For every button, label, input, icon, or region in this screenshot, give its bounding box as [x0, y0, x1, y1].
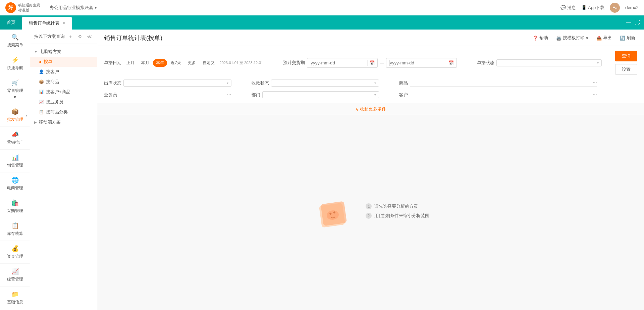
tab-sales-stats[interactable]: 销售订单统计表 ×: [22, 17, 72, 30]
sidebar-item-sales[interactable]: 📊 销售管理: [0, 150, 30, 172]
tab-home[interactable]: 首页: [0, 15, 22, 30]
content-area: 按以下方案查询 + ⚙ ≪ ▼ 电脑端方案 ● 按单: [30, 30, 644, 310]
add-scheme-button[interactable]: +: [67, 33, 74, 40]
sidebar-item-purchase[interactable]: 🛍️ 采购管理: [0, 195, 30, 218]
customer-group: 客户 ···: [399, 91, 637, 98]
scheme-group-mobile-header[interactable]: ▶ 移动端方案: [30, 117, 97, 127]
title-arrow-icon: ▾: [95, 5, 97, 10]
salesperson-more-icon[interactable]: ···: [227, 91, 231, 97]
purchase-icon: 🛍️: [11, 199, 19, 207]
pc-group-toggle-icon: ▼: [34, 50, 38, 54]
customer-more-icon[interactable]: ···: [593, 91, 597, 97]
sidebar-item-ecommerce[interactable]: 🌐 电商管理: [0, 172, 30, 195]
left-panel: 按以下方案查询 + ⚙ ≪ ▼ 电脑端方案 ● 按单: [30, 30, 97, 310]
custom-btn[interactable]: 自定义: [200, 59, 218, 67]
sidebar-item-finance[interactable]: 💰 资金管理: [0, 241, 30, 264]
bill-status-label: 单据状态: [477, 60, 494, 66]
scheme-item-by-category[interactable]: 📋 按商品分类: [30, 107, 97, 117]
mobile-group-toggle-icon: ▶: [34, 120, 37, 124]
receipt-status-label: 收款状态: [252, 80, 269, 86]
main-layout: 🔍 搜索菜单 ⚡ 快捷导航 🛒 零售管理 📦 批发管理 📣 营销推广 📊 销售管…: [0, 30, 644, 310]
by-cust-prod-icon: 📊: [39, 90, 44, 94]
tab-bar: 首页 销售订单统计表 × — ⛶: [0, 15, 644, 30]
refresh-button[interactable]: 🔄 刷新: [618, 34, 637, 42]
collapse-bar[interactable]: ∧ 收起更多条件: [97, 103, 644, 115]
bill-status-select[interactable]: ▾: [496, 59, 602, 66]
empty-state: 1 请先选择要分析的方案 2 用[过滤]条件来缩小分析范围: [312, 193, 429, 233]
search-menu-icon: 🔍: [11, 34, 19, 41]
left-panel-title: 按以下方案查询: [34, 34, 65, 40]
sidebar-item-base-info[interactable]: 📁 基础信息: [0, 287, 30, 309]
salesperson-label: 业务员: [104, 92, 117, 98]
scheme-item-by-order[interactable]: ● 按单: [30, 57, 97, 67]
by-order-icon: ●: [39, 59, 42, 64]
date-start-input[interactable]: [310, 60, 368, 66]
dept-group: 部门 ▾: [252, 91, 379, 98]
sidebar-item-retail[interactable]: 🛒 零售管理: [0, 75, 30, 104]
right-main: 销售订单统计表(按单) ❓ 帮助 🖨️ 按模板打印 ▾ 📤 导出: [97, 30, 644, 310]
marketing-icon: 📣: [11, 131, 19, 138]
tab-close-icon[interactable]: ×: [63, 21, 65, 25]
receipt-status-select[interactable]: ▾: [271, 80, 379, 87]
sidebar-item-inventory[interactable]: 📋 库存核算: [0, 218, 30, 241]
receipt-status-group: 收款状态 ▾: [252, 80, 379, 87]
scheme-item-label: 按商品: [46, 79, 59, 85]
date-end-input[interactable]: [389, 60, 447, 66]
query-button[interactable]: 查询: [615, 51, 637, 61]
filter-row-3: 业务员 ··· 部门 ▾ 客户: [104, 91, 637, 98]
scheme-item-by-salesperson[interactable]: 📈 按业务员: [30, 97, 97, 107]
sidebar-item-operations[interactable]: 📈 经营管理: [0, 264, 30, 287]
last7days-btn[interactable]: 近7天: [168, 59, 184, 67]
expected-date-label: 预计交货期: [283, 60, 305, 66]
export-button[interactable]: 📤 导出: [594, 34, 614, 42]
out-status-select[interactable]: ▾: [123, 80, 231, 87]
scheme-settings-button[interactable]: ⚙: [76, 33, 84, 40]
avatar[interactable]: Ea: [610, 3, 620, 13]
top-bar-right: 💬 消息 📱 App下载 Ea demo2: [560, 3, 639, 13]
page-title: 销售订单统计表(按单): [104, 34, 162, 42]
scheme-group-pc-header[interactable]: ▼ 电脑端方案: [30, 47, 97, 57]
left-panel-header-actions: + ⚙ ≪: [67, 33, 93, 40]
last-month-btn[interactable]: 上月: [123, 59, 138, 67]
tab-maximize-icon[interactable]: ⛶: [635, 19, 640, 25]
pc-group-label: 电脑端方案: [40, 49, 61, 55]
sidebar-item-wholesale[interactable]: 📦 批发管理: [0, 104, 30, 127]
message-button[interactable]: 💬 消息: [560, 5, 576, 11]
hint-num-1: 1: [366, 203, 372, 209]
dept-select[interactable]: ▾: [262, 91, 379, 98]
sidebar-item-quick-nav[interactable]: ⚡ 快捷导航: [0, 52, 30, 75]
salesperson-group: 业务员 ···: [104, 91, 231, 98]
scheme-group-mobile: ▶ 移动端方案: [30, 117, 97, 127]
expected-date-start[interactable]: 📅: [307, 58, 378, 68]
expected-date-end[interactable]: 📅: [386, 58, 457, 68]
finance-icon: 💰: [11, 245, 19, 252]
operations-icon: 📈: [11, 268, 19, 275]
date-dash: —: [380, 60, 384, 65]
sidebar-item-search-menu[interactable]: 🔍 搜索菜单: [0, 30, 30, 52]
product-more-icon[interactable]: ···: [593, 80, 597, 86]
filter-row-1: 单据日期 上月 本月 本年 近7天 更多 自定义 2023-01-01 至 20…: [104, 51, 637, 75]
bill-status-group: 单据状态 ▾: [477, 59, 602, 66]
this-month-btn[interactable]: 本月: [138, 59, 152, 67]
help-button[interactable]: ❓ 帮助: [531, 34, 550, 42]
download-icon: 📱: [581, 5, 587, 10]
scheme-collapse-button[interactable]: ≪: [86, 33, 93, 40]
base-info-icon: 📁: [11, 291, 19, 298]
tab-minimize-icon[interactable]: —: [626, 19, 631, 25]
sales-icon: 📊: [11, 154, 19, 161]
ecommerce-icon: 🌐: [11, 176, 19, 184]
user-name[interactable]: demo2: [625, 5, 639, 10]
settings-button[interactable]: 设置: [615, 64, 637, 75]
template-print-button[interactable]: 🖨️ 按模板打印 ▾: [554, 34, 590, 42]
app-title[interactable]: 办公用品行业模拟账套 ▾: [50, 5, 97, 11]
scheme-item-by-product[interactable]: 📦 按商品: [30, 77, 97, 87]
current-year-btn[interactable]: 本年: [153, 59, 167, 67]
bill-date-label: 单据日期: [104, 60, 121, 66]
scheme-item-by-cust-prod[interactable]: 📊 按客户+商品: [30, 87, 97, 97]
app-download-button[interactable]: 📱 App下载: [581, 5, 604, 11]
more-btn[interactable]: 更多: [185, 59, 199, 67]
scheme-item-by-customer[interactable]: 👤 按客户: [30, 67, 97, 77]
logo-symbol: 好: [8, 5, 13, 11]
sidebar-item-marketing[interactable]: 📣 营销推广: [0, 127, 30, 150]
filter-area: 单据日期 上月 本月 本年 近7天 更多 自定义 2023-01-01 至 20…: [97, 46, 644, 103]
